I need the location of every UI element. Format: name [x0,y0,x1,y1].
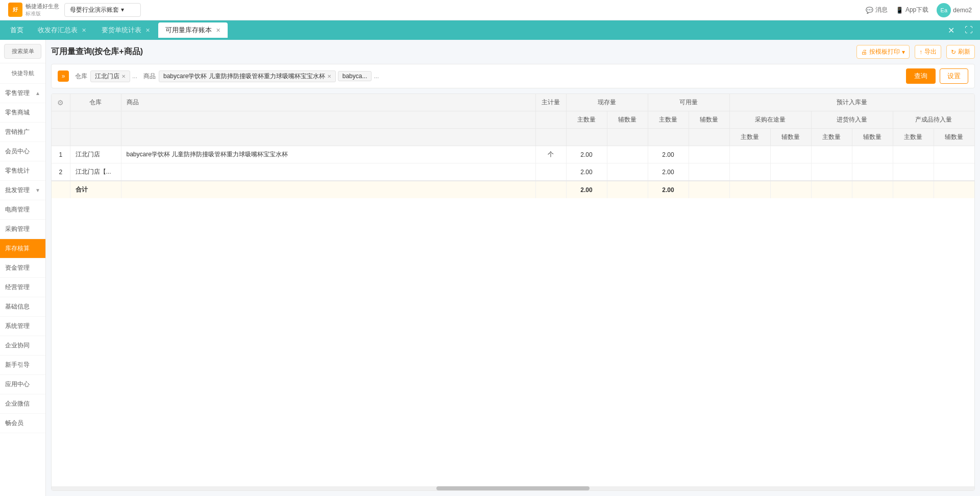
row1-purchase-transit-main [729,146,770,163]
row2-available-aux [689,163,729,181]
sidebar-item-wholesale-mgmt[interactable]: 批发管理 ▼ [0,181,45,200]
product-filter-more[interactable]: ... [374,73,379,80]
sidebar-item-purchase-mgmt[interactable]: 采购管理 [0,220,45,239]
row2-available-main: 2.00 [648,163,689,181]
product-tag-1-close[interactable]: ✕ [327,74,331,79]
message-btn[interactable]: 💬 消息 [866,6,888,14]
th-available-aux-label: 辅数量 [700,116,718,123]
product-filter-tags: babycare学饮杯 儿童防摔防撞吸管杯重力球吸嘴杯宝宝水杯 ✕ babyca… [159,70,379,82]
sidebar-item-retail-mall-label: 零售商城 [5,108,40,117]
tab-close-all-btn[interactable]: ✕ [945,25,958,36]
th-product-sub [121,111,535,129]
sidebar-item-operation-mgmt[interactable]: 经营管理 [0,278,45,297]
sidebar-quick-nav-area: 快捷导航 [0,63,45,84]
sidebar-item-member[interactable]: 畅会员 [0,414,45,433]
tab-home[interactable]: 首页 [4,22,30,38]
summary-available-aux [689,181,729,198]
top-bar-right: 💬 消息 📱 App下载 Ea demo2 [866,3,972,17]
app-download-btn[interactable]: 📱 App下载 [896,6,928,14]
sidebar-item-inventory-check[interactable]: 库存核算 [0,239,45,258]
quick-nav-btn[interactable]: 快捷导航 [4,66,41,80]
template-print-btn[interactable]: 🖨 按模板打印 ▾ [856,45,910,59]
sidebar-item-purchase-mgmt-label: 采购管理 [5,225,40,233]
user-area[interactable]: Ea demo2 [937,3,972,17]
sidebar-item-ecommerce-mgmt[interactable]: 电商管理 [0,200,45,220]
filter-expand-btn[interactable]: » [58,70,69,82]
warehouse-tag-jiangbei[interactable]: 江北门店 ✕ [90,70,130,82]
sidebar-item-enterprise-wechat[interactable]: 企业微信 [0,394,45,414]
row2-warehouse: 江北门店【... [70,163,121,181]
th-settings[interactable]: ⚙ [52,94,70,111]
sidebar-item-system-mgmt[interactable]: 系统管理 [0,317,45,336]
sidebar-item-member-label: 畅会员 [5,419,40,428]
summary-available-main: 2.00 [648,181,689,198]
th-stock-aux-label: 辅数量 [618,116,636,123]
summary-product-pending-main [893,181,934,198]
summary-label: 合计 [70,181,121,198]
inventory-table: ⚙ 仓库 商品 主计量 现存量 [52,94,974,198]
tab-order-stats-close[interactable]: ✕ [145,27,150,34]
page-header: 可用量查询(按仓库+商品) 🖨 按模板打印 ▾ ↑ 导出 ↻ 刷新 [51,45,975,59]
row1-product-pending-aux [934,146,974,163]
org-selector[interactable]: 母婴行业演示账套 ▾ [64,3,141,17]
tab-expand-btn[interactable]: ⛶ [962,25,976,36]
table-scroll[interactable]: ⚙ 仓库 商品 主计量 现存量 [52,94,974,486]
product-filter-group: 商品 babycare学饮杯 儿童防摔防撞吸管杯重力球吸嘴杯宝宝水杯 ✕ bab… [143,70,379,82]
search-menu-btn[interactable]: 搜索菜单 [4,44,41,59]
th-stock-main: 主数量 [566,111,607,129]
sidebar-item-retail-mgmt-arrow: ▲ [35,90,40,96]
refresh-btn[interactable]: ↻ 刷新 [946,45,975,59]
tab-available-inventory-close[interactable]: ✕ [216,27,220,34]
sidebar-item-app-center[interactable]: 应用中心 [0,375,45,394]
sidebar-item-member-center[interactable]: 会员中心 [0,142,45,161]
th-product-pending-aux: 辅数量 [934,129,974,146]
row2-product-pending-aux [934,163,974,181]
logo-area: 好 畅捷通好生意 标准版 [8,3,59,17]
export-btn[interactable]: ↑ 导出 [915,45,941,59]
warehouse-filter-more[interactable]: ... [132,73,137,80]
tab-bar: 首页 收发存汇总表 ✕ 要货单统计表 ✕ 可用量库存账本 ✕ ✕ ⛶ [0,20,980,40]
th-planned-inbound-label: 预计入库量 [837,99,867,106]
th-available-main-label: 主数量 [659,116,677,123]
org-dropdown-icon: ▾ [121,6,124,13]
sidebar-item-enterprise-wechat-label: 企业微信 [5,399,40,408]
warehouse-filter-label: 仓库 [75,72,87,81]
tab-bar-right: ✕ ⛶ [945,25,976,36]
filter-bar: » 仓库 江北门店 ✕ ... 商品 babycare学饮杯 儿童防摔防撞吸管杯… [51,64,975,88]
settings-btn[interactable]: 设置 [940,68,968,84]
product-tag-2[interactable]: babyca... [338,71,372,81]
th-product-pending-group: 产成品待入量 [893,111,974,129]
product-tag-1[interactable]: babycare学饮杯 儿童防摔防撞吸管杯重力球吸嘴杯宝宝水杯 ✕ [159,70,336,82]
app-download-label: App下载 [905,6,928,14]
scrollbar-thumb[interactable] [436,486,590,490]
th-stock-main-label: 主数量 [577,116,596,123]
tab-available-inventory[interactable]: 可用量库存账本 ✕ [158,22,228,38]
th-row-h [689,129,729,146]
table-container: ⚙ 仓库 商品 主计量 现存量 [51,93,975,491]
horizontal-scrollbar[interactable] [52,486,974,490]
sidebar-item-retail-mall[interactable]: 零售商城 [0,103,45,123]
sidebar-item-app-center-label: 应用中心 [5,380,40,389]
template-print-label: 按模板打印 [869,48,900,56]
sidebar-item-system-mgmt-label: 系统管理 [5,322,40,330]
warehouse-tag-close[interactable]: ✕ [121,74,126,79]
th-warehouse-label: 仓库 [89,99,102,106]
tab-order-stats[interactable]: 要货单统计表 ✕ [94,22,157,38]
query-btn[interactable]: 查询 [906,68,936,84]
sidebar-item-new-guide[interactable]: 新手引导 [0,356,45,375]
sidebar-item-marketing[interactable]: 营销推广 [0,123,45,142]
tab-receipt-summary-close[interactable]: ✕ [82,27,86,34]
sidebar-item-finance-mgmt[interactable]: 资金管理 [0,258,45,278]
sidebar-item-basic-info[interactable]: 基础信息 [0,297,45,317]
sidebar-item-retail-mgmt[interactable]: 零售管理 ▲ [0,84,45,103]
sidebar-search-area: 搜索菜单 [0,40,45,63]
tab-receipt-summary[interactable]: 收发存汇总表 ✕ [31,22,93,38]
main-layout: 搜索菜单 快捷导航 零售管理 ▲ 零售商城 营销推广 会员中心 零售统计 批发管… [0,40,980,496]
refresh-icon: ↻ [951,49,956,56]
table-settings-icon[interactable]: ⚙ [57,99,64,107]
sidebar-item-retail-stats[interactable]: 零售统计 [0,161,45,181]
th-seq-sub [52,111,70,129]
th-current-stock-label: 现存量 [598,99,616,106]
sidebar-item-enterprise-collab[interactable]: 企业协同 [0,336,45,356]
summary-row: 合计 2.00 2.00 [52,181,974,198]
